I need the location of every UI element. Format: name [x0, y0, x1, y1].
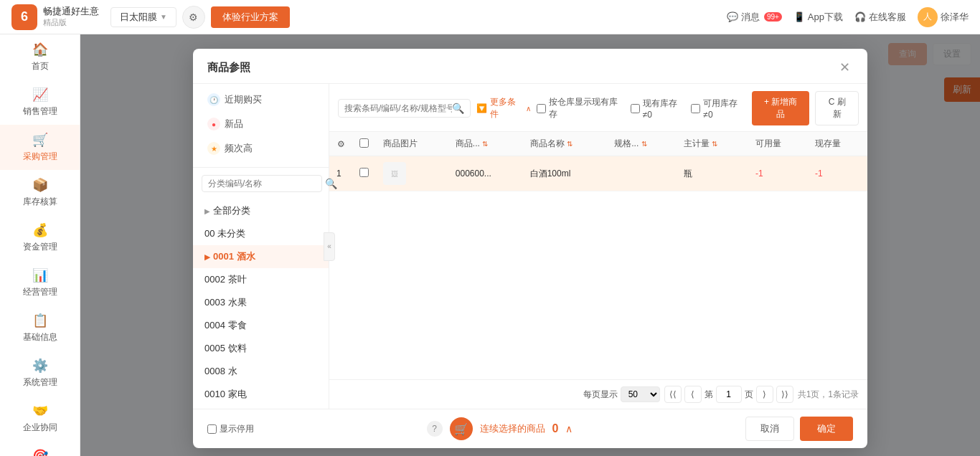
username: 徐泽华 — [941, 11, 969, 24]
quick-access-list: 🕐 近期购买 ● 新品 ★ 频次高 — [193, 84, 329, 164]
checkbox-available-nonzero[interactable]: 可用库存≠0 — [691, 98, 746, 120]
modal-close-button[interactable]: ✕ — [836, 59, 853, 76]
th-stock: 现存量 — [808, 132, 867, 156]
experience-btn[interactable]: 体验行业方案 — [211, 6, 290, 28]
enterprise-icon: 🤝 — [32, 403, 48, 419]
cat-all-label: 全部分类 — [213, 204, 250, 217]
sidebar-item-purchase[interactable]: 🛒 采购管理 — [0, 125, 80, 170]
th-unit[interactable]: 主计量 ⇅ — [677, 132, 748, 156]
filter-label: 更多条件 — [490, 96, 523, 120]
refresh-btn[interactable]: C 刷新 — [815, 91, 859, 125]
page-size-dropdown[interactable]: 50 100 200 — [621, 386, 660, 402]
footer-left: 显示停用 — [207, 423, 254, 435]
online-service-btn[interactable]: 🎧 在线客服 — [854, 11, 906, 24]
collapse-panel-button[interactable]: « — [324, 232, 335, 261]
table-row[interactable]: 1 🖼 000600... 白酒100ml 瓶 — [329, 156, 867, 191]
cat-water[interactable]: 0008 水 — [193, 360, 329, 383]
nav-selector[interactable]: 日太阳膜 ▼ — [110, 7, 176, 27]
th-image: 商品图片 — [376, 132, 448, 156]
cat-snack[interactable]: 0004 零食 — [193, 314, 329, 337]
cancel-button[interactable]: 取消 — [745, 417, 794, 441]
new-icon: ● — [207, 118, 220, 130]
search-submit-icon[interactable]: 🔍 — [452, 103, 464, 114]
checkbox-warehouse-label: 按仓库显示现有库存 — [549, 96, 624, 120]
sidebar: 🏠 首页 📈 销售管理 🛒 采购管理 📦 库存核算 💰 资金管理 📊 经营管理 … — [0, 34, 80, 456]
quick-new-label: 新品 — [225, 118, 243, 130]
add-product-btn[interactable]: + 新增商品 — [752, 91, 809, 125]
sidebar-item-basic-info[interactable]: 📋 基础信息 — [0, 305, 80, 351]
freq-icon: ★ — [207, 142, 220, 155]
cat-all[interactable]: ▶ 全部分类 — [193, 199, 329, 222]
checkbox-available-input[interactable] — [691, 104, 700, 113]
app-download-btn[interactable]: 📱 App下载 — [793, 11, 843, 24]
cat-search-input[interactable] — [202, 175, 322, 192]
prev-page-btn[interactable]: ⟨ — [684, 386, 702, 403]
cell-checkbox[interactable] — [352, 156, 376, 191]
quick-freq[interactable]: ★ 频次高 — [202, 138, 320, 158]
page-label: 第 — [705, 389, 713, 401]
cat-appliance[interactable]: 0010 家电 — [193, 383, 329, 406]
cart-button[interactable]: 🛒 — [450, 417, 473, 440]
sidebar-item-enterprise[interactable]: 🤝 企业协同 — [0, 396, 80, 441]
guide-icon: 🎯 — [32, 448, 48, 456]
checkbox-stock-nonzero[interactable]: 现有库存≠0 — [631, 98, 686, 120]
cat-search-icon[interactable]: 🔍 — [325, 178, 337, 189]
checkbox-warehouse-input[interactable] — [537, 104, 546, 113]
cat-drinks[interactable]: 0005 饮料 — [193, 337, 329, 360]
user-info[interactable]: 人 徐泽华 — [918, 7, 969, 27]
page-total: 共1页，1条记录 — [798, 389, 859, 401]
th-name[interactable]: 商品名称 ⇅ — [523, 132, 608, 156]
cat-uncategorized[interactable]: 00 未分类 — [193, 222, 329, 245]
category-search: 🔍 — [193, 171, 329, 196]
th-spec[interactable]: 规格... ⇅ — [607, 132, 677, 156]
cell-spec — [607, 156, 677, 191]
row-checkbox[interactable] — [359, 168, 369, 177]
checkbox-warehouse[interactable]: 按仓库显示现有库存 — [537, 96, 624, 120]
th-name-label: 商品名称 — [530, 138, 565, 148]
continuous-label: 连续选择的商品 — [480, 422, 545, 435]
checkbox-stock-input[interactable] — [631, 104, 640, 113]
more-filters-btn[interactable]: 🔽 更多条件 ∧ — [476, 93, 531, 123]
confirm-button[interactable]: 确定 — [800, 417, 853, 441]
messages-btn[interactable]: 💬 消息 99+ — [727, 11, 782, 24]
th-code[interactable]: 商品... ⇅ — [448, 132, 523, 156]
cat-fruit[interactable]: 0003 水果 — [193, 291, 329, 314]
show-disabled-checkbox[interactable]: 显示停用 — [207, 423, 254, 435]
gear-button[interactable]: ⚙ — [182, 6, 205, 29]
cat-tea[interactable]: 0002 茶叶 — [193, 268, 329, 291]
sidebar-item-system[interactable]: ⚙️ 系统管理 — [0, 351, 80, 396]
cell-unit: 瓶 — [677, 156, 748, 191]
sort-code-icon: ⇅ — [482, 140, 488, 148]
product-search-input[interactable] — [344, 103, 452, 113]
logo-icon: 6 — [11, 4, 37, 30]
sidebar-item-inventory[interactable]: 📦 库存核算 — [0, 170, 80, 215]
next-page-btn[interactable]: ⟩ — [756, 386, 773, 403]
search-bar: 🔍 🔽 更多条件 ∧ 按仓库显示现有库存 — [329, 84, 867, 132]
quick-new[interactable]: ● 新品 — [202, 114, 320, 134]
sort-spec-icon: ⇅ — [641, 140, 647, 148]
nav-right: 💬 消息 99+ 📱 App下载 🎧 在线客服 人 徐泽华 — [727, 7, 969, 27]
collapse-footer-icon[interactable]: ∧ — [565, 423, 573, 434]
cell-code: 000600... — [448, 156, 523, 191]
phone-icon: 📱 — [793, 11, 805, 22]
messages-badge: 99+ — [764, 12, 782, 22]
sidebar-item-sales[interactable]: 📈 销售管理 — [0, 80, 80, 125]
sidebar-item-home[interactable]: 🏠 首页 — [0, 34, 80, 80]
quick-recent[interactable]: 🕐 近期购买 — [202, 90, 320, 110]
help-icon[interactable]: ? — [427, 421, 443, 437]
search-bar-actions: + 新增商品 C 刷新 — [752, 91, 859, 125]
filter-arrow-icon: ∧ — [526, 105, 531, 113]
first-page-btn[interactable]: ⟨⟨ — [664, 386, 682, 403]
sidebar-item-finance[interactable]: 💰 资金管理 — [0, 215, 80, 260]
left-panel: 🕐 近期购买 ● 新品 ★ 频次高 — [193, 84, 329, 409]
cell-image: 🖼 — [376, 156, 448, 191]
last-page-btn[interactable]: ⟩⟩ — [776, 386, 793, 403]
show-disabled-input[interactable] — [207, 424, 217, 434]
category-list: ▶ 全部分类 00 未分类 ▶ 0001 酒水 0002 茶 — [193, 196, 329, 409]
sidebar-item-operations[interactable]: 📊 经营管理 — [0, 260, 80, 305]
sidebar-item-guide[interactable]: 🎯 新手引导 — [0, 441, 80, 456]
show-disabled-label: 显示停用 — [220, 423, 254, 435]
cat-liquor[interactable]: ▶ 0001 酒水 — [193, 245, 329, 268]
page-number-input[interactable] — [716, 386, 742, 403]
select-all-checkbox[interactable] — [359, 138, 369, 148]
